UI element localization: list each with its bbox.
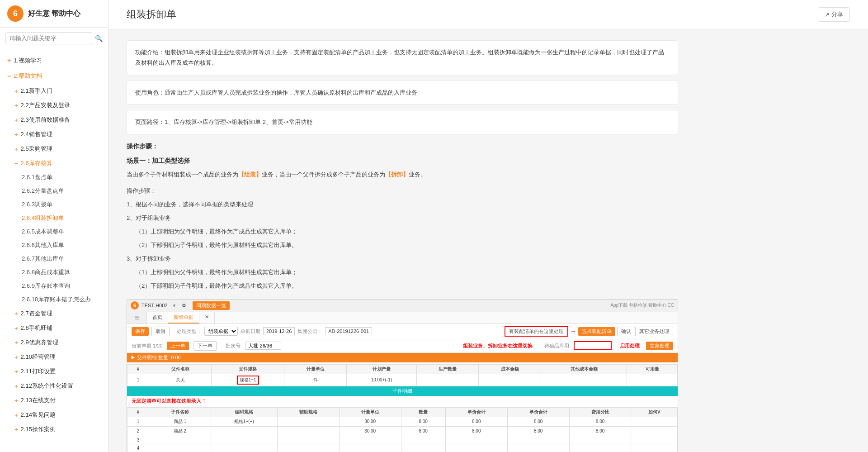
td-prod-qty xyxy=(416,374,479,386)
table-row: 1 关关 规格1~1 件 10.00+(-1) xyxy=(127,374,678,386)
sidebar-item-inventory[interactable]: − 2.6库存核算 xyxy=(0,156,108,171)
mock-child-section: 子件明细 xyxy=(127,386,678,396)
mock-tab-home[interactable]: 首页 xyxy=(147,312,168,324)
sidebar-item-payment[interactable]: + 2.13在线支付 xyxy=(0,393,108,408)
sidebar-item-settings[interactable]: + 2.12系统个性化设置 xyxy=(0,379,108,393)
sidebar-item-faq[interactable]: + 2.14常见问题 xyxy=(0,408,108,422)
sidebar-item-print[interactable]: + 2.11打印设置 xyxy=(0,364,108,379)
mock-date-value: 2019-12-26 xyxy=(263,327,295,335)
mock-dropdown-icon: ▼ xyxy=(172,303,176,308)
minus-icon: − xyxy=(7,72,11,80)
sidebar-item-dataprep[interactable]: + 2.3使用前数据准备 xyxy=(0,113,108,127)
table-row: 1 商品 1 规格1+(+) 30.00 8.00 8.00 8.00 8.00 xyxy=(127,417,678,426)
share-icon: ↗ xyxy=(825,11,830,18)
mock-next-btn[interactable]: 下一单 xyxy=(193,341,217,351)
mock-child-table-wrap: # 子件名称 编码规格 辅助规格 计量单位 数量 单价合计 单价合计 费用分比 … xyxy=(127,405,678,452)
mock-prev-btn[interactable]: 上一单 xyxy=(167,342,189,350)
mock-batchno-input[interactable] xyxy=(245,342,281,350)
plus-icon: + xyxy=(14,383,18,390)
step3-1: （1）上部明细为父件明细，最终作为原材料生成其它出库单； xyxy=(127,266,678,278)
mock-confirm-btn[interactable]: 确认 xyxy=(617,327,635,336)
mock-type-select[interactable]: 组装单据 拆卸单据 xyxy=(204,327,238,336)
sidebar-item-purchase[interactable]: + 2.5采购管理 xyxy=(0,142,108,156)
td-seq: 1 xyxy=(127,374,149,386)
search-input[interactable] xyxy=(5,32,92,44)
mock-warehouse-label: 待确品库用 xyxy=(544,343,569,349)
mock-save-btn[interactable]: 保存 xyxy=(132,327,149,336)
operations-title: 操作步骤： xyxy=(127,143,678,151)
page-title: 组装拆卸单 xyxy=(127,8,176,21)
sidebar-item-cases[interactable]: + 2.15操作案例 xyxy=(0,422,108,437)
mock-select-bom-btn[interactable]: 选择装配清单 xyxy=(578,327,615,336)
sidebar-item-label: 2.13在线支付 xyxy=(21,396,56,404)
table-row: 4 xyxy=(127,444,678,452)
sidebar-item-cost-recalc[interactable]: 2.6.8商品成本重算 xyxy=(0,266,108,279)
sidebar-item-transfer[interactable]: 2.6.3调拨单 xyxy=(0,198,108,211)
sidebar-item-label: 2.4销售管理 xyxy=(21,130,52,138)
td-other-cost xyxy=(541,374,627,386)
sidebar-item-finance[interactable]: + 2.7资金管理 xyxy=(0,306,108,321)
arrow-right-icon: → xyxy=(570,328,576,335)
content-header: 组装拆卸单 ↗ 分享 xyxy=(108,0,868,29)
plus-icon: + xyxy=(14,354,18,361)
sidebar-item-other-in[interactable]: 2.6.6其他入库单 xyxy=(0,238,108,252)
step2-1: （1）上部明细为父件明细，最终作为产成品生成其它入库单； xyxy=(127,226,678,238)
mock-warehouse-input-box xyxy=(574,341,612,350)
mock-tab-newdoc[interactable]: 新增单据 xyxy=(168,312,199,324)
share-button[interactable]: ↗ 分享 xyxy=(818,7,850,22)
sidebar-item-label: 2.帮助文档 xyxy=(14,72,42,80)
sidebar-item-costadjust[interactable]: 2.6.5成本调整单 xyxy=(0,225,108,238)
th-encode-spec: 编码规格 xyxy=(211,407,277,417)
sidebar-header: 6 好生意 帮助中心 xyxy=(0,0,108,28)
nav-sub-items-2: + 2.1新手入门 + 2.2产品安装及登录 + 2.3使用前数据准备 + 2.… xyxy=(0,84,108,437)
plus-icon: + xyxy=(14,102,18,109)
sidebar-item-operation[interactable]: + 2.10经营管理 xyxy=(0,350,108,364)
sidebar-item-mobile[interactable]: + 2.8手机旺铺 xyxy=(0,321,108,335)
mock-bom-box: 有装配清单的在这里处理 xyxy=(505,326,568,337)
nav-section-1: + 1.视频学习 xyxy=(0,53,108,68)
sidebar: 6 好生意 帮助中心 🔍 + 1.视频学习 − 2.帮助文档 + 2.1新手入门 xyxy=(0,0,108,452)
mock-enable-btn[interactable]: 立家处理 xyxy=(646,342,673,350)
sidebar-item-label: 2.10经营管理 xyxy=(21,353,56,361)
td-plan-qty: 10.00+(-1) xyxy=(347,374,417,386)
sidebar-item-partcount[interactable]: 2.6.2分量盘点单 xyxy=(0,184,108,198)
mock-parent-table-wrap: # 父件名称 父件规格 计量单位 计划产量 生产数量 成本金额 其他成本金额 可… xyxy=(127,362,678,386)
th-unit-price: 单价合计 xyxy=(445,407,507,417)
mock-tabs-row: ≡ 首页 新增单据 ✕ xyxy=(127,312,678,324)
scenario1-desc: 当由多个子件材料组装成一个成品的业务为【组装】业务，当由一个父件拆分成多个子产品… xyxy=(127,169,678,181)
brand-name: 好生意 帮助中心 xyxy=(28,9,80,19)
sidebar-item-newuser[interactable]: + 2.1新手入门 xyxy=(0,84,108,98)
th-qty: 数量 xyxy=(401,407,445,417)
th-other-cost: 其他成本金额 xyxy=(541,364,627,374)
sidebar-item-coupon[interactable]: + 2.9优惠券管理 xyxy=(0,335,108,350)
sidebar-item-sales[interactable]: + 2.4销售管理 xyxy=(0,127,108,142)
mock-other-btn[interactable]: 其它业务处理 xyxy=(635,327,673,336)
sidebar-item-stock-query[interactable]: 2.6.9库存账本查询 xyxy=(0,279,108,293)
step3: 3、对于拆卸业务 xyxy=(127,253,678,265)
mock-nofixed-annotation: 无固定清单可以直接在这里录入 ↑ xyxy=(127,396,678,405)
mock-parent-table: # 父件名称 父件规格 计量单位 计划产量 生产数量 成本金额 其他成本金额 可… xyxy=(127,364,678,386)
mock-cancel-btn[interactable]: 取消 xyxy=(151,327,170,336)
mock-warehouse-input[interactable] xyxy=(575,342,611,349)
sidebar-item-stockcount[interactable]: 2.6.1盘点单 xyxy=(0,171,108,184)
search-button[interactable]: 🔍 xyxy=(95,35,103,42)
th-fee-ratio: 费用分比 xyxy=(569,407,631,417)
sidebar-item-label: 2.6库存核算 xyxy=(21,159,52,167)
sidebar-item-stock-error[interactable]: 2.6.10库存账本错了怎么办 xyxy=(0,293,108,306)
path-intro-block: 页面路径：1、库存核算->库存管理->组装拆卸单 2、首页->常用功能 xyxy=(127,110,678,134)
plus-icon: + xyxy=(14,339,18,346)
sidebar-item-label: 2.5采购管理 xyxy=(21,145,52,153)
content-body: 功能介绍：组装拆卸单用来处理企业组装或拆卸等加工业务，支持有固定装配清单的产品加… xyxy=(108,29,696,452)
th-seq: # xyxy=(127,364,149,374)
main-content: 组装拆卸单 ↗ 分享 功能介绍：组装拆卸单用来处理企业组装或拆卸等加工业务，支持… xyxy=(108,0,868,452)
sidebar-item-other-out[interactable]: 2.6.7其他出库单 xyxy=(0,252,108,266)
sidebar-item-helpdocs[interactable]: − 2.帮助文档 xyxy=(0,68,108,84)
mock-period-btn[interactable]: 同期数据一览 xyxy=(193,301,230,310)
sidebar-item-videos[interactable]: + 1.视频学习 xyxy=(0,53,108,68)
sidebar-item-install[interactable]: + 2.2产品安装及登录 xyxy=(0,98,108,113)
nav-section-2: − 2.帮助文档 + 2.1新手入门 + 2.2产品安装及登录 + 2.3使用前… xyxy=(0,68,108,437)
mock-tab-close[interactable]: ✕ xyxy=(199,312,215,324)
plus-icon: + xyxy=(14,368,18,375)
sidebar-item-assemble[interactable]: 2.6.4组装拆卸单 xyxy=(0,211,108,225)
plus-icon: + xyxy=(7,57,11,64)
